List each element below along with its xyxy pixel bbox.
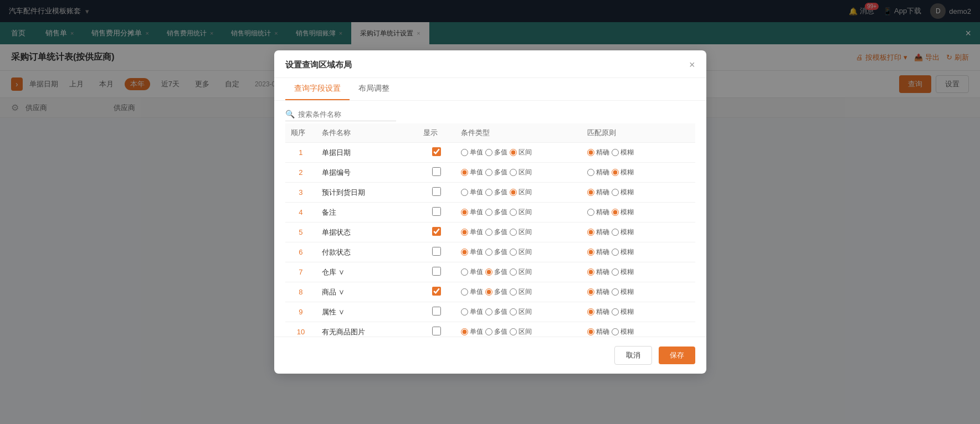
match-fuzzy-label-2[interactable]: 模糊 — [612, 168, 634, 177]
type-single-label-4[interactable]: 单值 — [461, 208, 483, 217]
type-multi-radio-5[interactable] — [485, 229, 492, 236]
type-range-label-4[interactable]: 区间 — [510, 208, 532, 217]
match-exact-radio-3[interactable] — [587, 189, 594, 196]
tab-layout-adjust[interactable]: 布局调整 — [350, 78, 398, 100]
match-exact-radio-5[interactable] — [587, 229, 594, 236]
show-checkbox-4[interactable] — [432, 207, 441, 216]
type-multi-radio-4[interactable] — [485, 209, 492, 216]
show-checkbox-1[interactable] — [432, 147, 441, 156]
type-multi-radio-3[interactable] — [485, 189, 492, 196]
row-show-4[interactable] — [418, 203, 455, 223]
show-checkbox-3[interactable] — [432, 187, 441, 196]
match-fuzzy-radio-10[interactable] — [612, 328, 619, 335]
type-range-radio-3[interactable] — [510, 189, 517, 196]
match-exact-radio-9[interactable] — [587, 308, 594, 316]
type-range-label-5[interactable]: 区间 — [510, 227, 532, 237]
type-range-label-2[interactable]: 区间 — [510, 168, 532, 177]
type-range-radio-6[interactable] — [510, 249, 517, 256]
show-checkbox-8[interactable] — [432, 287, 441, 296]
type-multi-radio-7[interactable] — [485, 268, 492, 276]
save-button[interactable]: 保存 — [659, 347, 695, 364]
match-exact-radio-6[interactable] — [587, 249, 594, 256]
row-show-7[interactable] — [418, 262, 455, 282]
cancel-button[interactable]: 取消 — [614, 346, 652, 365]
type-single-radio-9[interactable] — [461, 308, 468, 316]
type-single-label-2[interactable]: 单值 — [461, 168, 483, 177]
type-single-label-8[interactable]: 单值 — [461, 287, 483, 297]
match-fuzzy-radio-5[interactable] — [612, 229, 619, 236]
match-fuzzy-label-1[interactable]: 模糊 — [612, 148, 634, 157]
type-multi-radio-1[interactable] — [485, 149, 492, 156]
dialog-close-button[interactable]: × — [689, 59, 695, 71]
match-fuzzy-radio-6[interactable] — [612, 249, 619, 256]
match-exact-radio-10[interactable] — [587, 328, 594, 335]
match-fuzzy-radio-8[interactable] — [612, 288, 619, 296]
type-range-radio-7[interactable] — [510, 268, 517, 276]
match-fuzzy-label-10[interactable]: 模糊 — [612, 327, 634, 337]
match-exact-label-6[interactable]: 精确 — [587, 247, 609, 257]
show-checkbox-9[interactable] — [432, 307, 441, 316]
row-show-3[interactable] — [418, 183, 455, 203]
show-checkbox-6[interactable] — [432, 247, 441, 256]
type-multi-label-4[interactable]: 多值 — [485, 208, 507, 217]
type-multi-label-8[interactable]: 多值 — [485, 287, 507, 297]
match-fuzzy-radio-9[interactable] — [612, 308, 619, 316]
type-single-radio-5[interactable] — [461, 229, 468, 236]
match-fuzzy-radio-2[interactable] — [612, 169, 619, 176]
tab-query-fields[interactable]: 查询字段设置 — [285, 78, 350, 100]
type-range-radio-1[interactable] — [510, 149, 517, 156]
type-range-label-8[interactable]: 区间 — [510, 287, 532, 297]
type-single-label-7[interactable]: 单值 — [461, 267, 483, 277]
match-exact-label-1[interactable]: 精确 — [587, 148, 609, 157]
type-single-radio-8[interactable] — [461, 288, 468, 296]
match-exact-radio-2[interactable] — [587, 169, 594, 176]
match-exact-label-7[interactable]: 精确 — [587, 267, 609, 277]
match-fuzzy-radio-7[interactable] — [612, 268, 619, 276]
match-fuzzy-label-7[interactable]: 模糊 — [612, 267, 634, 277]
type-multi-radio-2[interactable] — [485, 169, 492, 176]
row-show-6[interactable] — [418, 242, 455, 262]
type-range-radio-4[interactable] — [510, 209, 517, 216]
type-single-label-9[interactable]: 单值 — [461, 307, 483, 317]
type-multi-radio-8[interactable] — [485, 288, 492, 296]
match-fuzzy-label-9[interactable]: 模糊 — [612, 307, 634, 317]
type-single-label-10[interactable]: 单值 — [461, 327, 483, 337]
type-multi-label-2[interactable]: 多值 — [485, 168, 507, 177]
type-multi-label-5[interactable]: 多值 — [485, 227, 507, 237]
type-single-radio-4[interactable] — [461, 209, 468, 216]
type-range-label-9[interactable]: 区间 — [510, 307, 532, 317]
show-checkbox-7[interactable] — [432, 267, 441, 276]
match-fuzzy-label-5[interactable]: 模糊 — [612, 227, 634, 237]
type-multi-label-10[interactable]: 多值 — [485, 327, 507, 337]
type-single-label-5[interactable]: 单值 — [461, 227, 483, 237]
match-exact-label-8[interactable]: 精确 — [587, 287, 609, 297]
type-range-label-1[interactable]: 区间 — [510, 148, 532, 157]
match-exact-label-4[interactable]: 精确 — [587, 208, 609, 217]
type-multi-label-9[interactable]: 多值 — [485, 307, 507, 317]
type-single-radio-1[interactable] — [461, 149, 468, 156]
match-exact-radio-7[interactable] — [587, 268, 594, 276]
type-range-radio-10[interactable] — [510, 328, 517, 335]
row-show-2[interactable] — [418, 163, 455, 183]
type-multi-radio-10[interactable] — [485, 328, 492, 335]
type-single-label-6[interactable]: 单值 — [461, 247, 483, 257]
type-range-label-6[interactable]: 区间 — [510, 247, 532, 257]
type-multi-label-1[interactable]: 多值 — [485, 148, 507, 157]
match-exact-label-3[interactable]: 精确 — [587, 188, 609, 197]
type-multi-radio-9[interactable] — [485, 308, 492, 316]
match-fuzzy-label-4[interactable]: 模糊 — [612, 208, 634, 217]
search-input[interactable] — [298, 110, 387, 118]
type-multi-label-6[interactable]: 多值 — [485, 247, 507, 257]
row-show-1[interactable] — [418, 143, 455, 163]
type-single-radio-10[interactable] — [461, 328, 468, 335]
type-single-radio-3[interactable] — [461, 189, 468, 196]
row-show-8[interactable] — [418, 282, 455, 302]
match-exact-radio-8[interactable] — [587, 288, 594, 296]
show-checkbox-5[interactable] — [432, 227, 441, 236]
match-fuzzy-label-8[interactable]: 模糊 — [612, 287, 634, 297]
match-fuzzy-label-6[interactable]: 模糊 — [612, 247, 634, 257]
row-show-5[interactable] — [418, 223, 455, 242]
type-range-radio-5[interactable] — [510, 229, 517, 236]
type-single-radio-6[interactable] — [461, 249, 468, 256]
show-checkbox-10[interactable] — [432, 327, 441, 335]
